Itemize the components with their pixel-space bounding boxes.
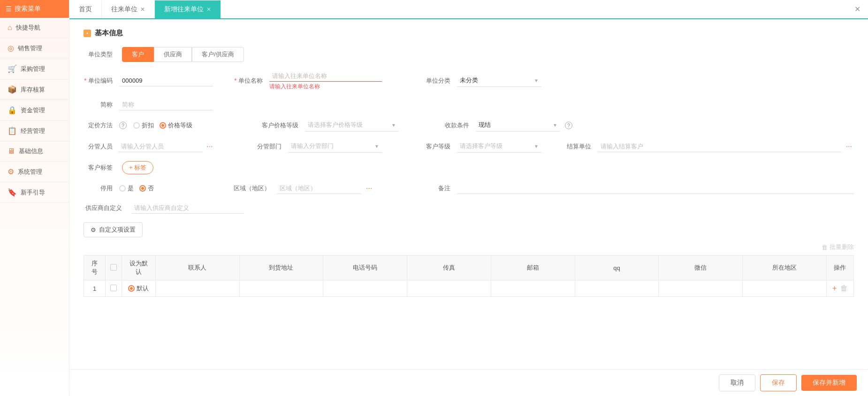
tab-partner-close[interactable]: ✕ [140, 6, 145, 13]
supplier-custom-row: 供应商自定义 [84, 202, 854, 214]
disabled-yes-option[interactable]: 是 [119, 184, 134, 193]
type-btn-both[interactable]: 客户/供应商 [192, 47, 244, 62]
unit-type-label: 单位类型 [84, 50, 116, 59]
row-region-input[interactable] [747, 285, 822, 292]
col-region: 所在地区 [743, 256, 827, 280]
row-checkbox-cell [106, 280, 122, 297]
section-basic-info: ▪ 基本信息 [84, 29, 854, 38]
sidebar-item-inventory[interactable]: 📦 库存核算 [0, 79, 69, 100]
customer-level-label: 客户等级 [421, 142, 454, 151]
sidebar-item-guide[interactable]: 🔖 新手引导 [0, 182, 69, 203]
unit-name-error: 请输入往来单位名称 [269, 83, 382, 91]
payment-terms-label: 收款条件 [440, 121, 473, 130]
window-close-button[interactable]: ✕ [847, 0, 868, 18]
bottom-action-bar: 取消 保存 保存并新增 [69, 369, 868, 396]
short-name-input[interactable] [119, 99, 213, 110]
type-btn-supplier[interactable]: 供应商 [154, 47, 192, 62]
sidebar-item-purchase[interactable]: 🛒 采购管理 [0, 59, 69, 79]
row-email-input[interactable] [496, 285, 570, 292]
manager-label: 分管人员 [84, 142, 116, 151]
tab-home[interactable]: 首页 [69, 0, 102, 18]
col-phone: 电话号码 [323, 256, 407, 280]
row-address-input[interactable] [244, 285, 319, 292]
pricing-row: 定价方法 ? 折扣 价格等级 客户价格等级 请选择客户价格等级 [84, 119, 854, 132]
unit-type-group: 客户 供应商 客户/供应商 [122, 47, 244, 62]
search-menu-button[interactable]: ☰ 搜索菜单 [0, 0, 69, 18]
unit-category-label: 单位分类 [421, 77, 454, 85]
disabled-no-option[interactable]: 否 [139, 184, 154, 193]
region-more-icon[interactable]: ··· [364, 184, 374, 193]
row-add-button[interactable]: + [831, 284, 838, 292]
sidebar-item-sales[interactable]: ◎ 销售管理 [0, 38, 69, 59]
row-default-radio-label[interactable]: 默认 [127, 284, 151, 293]
settings-icon: ⚙ [91, 226, 96, 233]
row-delete-button[interactable]: 🗑 [839, 284, 849, 292]
tab-bar: 首页 往来单位 ✕ 新增往来单位 ✕ ✕ [69, 0, 868, 19]
row-wechat-input[interactable] [663, 285, 738, 292]
manager-more-icon[interactable]: ··· [205, 142, 214, 151]
disabled-yes-radio [119, 185, 126, 192]
unit-name-label: 单位名称 [234, 77, 266, 85]
row-fax-input[interactable] [412, 285, 486, 292]
row-index: 1 [84, 280, 106, 297]
sidebar-item-system[interactable]: ⚙ 系统管理 [0, 162, 69, 182]
customer-price-chevron-icon: ▼ [391, 123, 396, 128]
tab-partner[interactable]: 往来单位 ✕ [102, 0, 155, 18]
customer-price-select[interactable]: 请选择客户价格等级 ▼ [305, 119, 399, 132]
custom-settings-button[interactable]: ⚙ 自定义项设置 [84, 222, 143, 237]
manager-input[interactable] [118, 141, 203, 152]
select-all-checkbox[interactable] [110, 264, 117, 271]
home-icon: ⌂ [8, 23, 12, 32]
row-region-cell [743, 280, 827, 297]
disabled-radio-group: 是 否 [119, 184, 154, 193]
row-qq-cell [575, 280, 659, 297]
col-email: 邮箱 [491, 256, 575, 280]
purchase-icon: 🛒 [8, 64, 17, 73]
row-qq-input[interactable] [580, 285, 654, 292]
supplier-custom-label: 供应商自定义 [84, 204, 126, 212]
row-contact-input[interactable] [160, 285, 235, 292]
row-checkbox[interactable] [110, 285, 117, 291]
sidebar-item-basic-info[interactable]: 🖥 基础信息 [0, 141, 69, 162]
search-icon: ☰ [6, 5, 12, 13]
tab-new-partner[interactable]: 新增往来单位 ✕ [155, 0, 221, 18]
batch-delete-icon: 🗑 [822, 244, 828, 251]
sidebar-item-quick-nav[interactable]: ⌂ 快捷导航 [0, 18, 69, 38]
tab-new-partner-close[interactable]: ✕ [206, 6, 211, 13]
department-select[interactable]: 请输入分管部门 ▼ [288, 140, 382, 153]
customer-level-select[interactable]: 请选择客户等级 ▼ [457, 140, 541, 153]
sidebar-item-operation[interactable]: 📋 经营管理 [0, 121, 69, 141]
customer-level-chevron-icon: ▼ [534, 144, 539, 149]
pricing-discount-option[interactable]: 折扣 [133, 121, 154, 130]
save-button[interactable]: 保存 [760, 374, 797, 391]
row-default-cell: 默认 [122, 280, 156, 297]
unit-name-input[interactable] [269, 70, 382, 82]
cancel-button[interactable]: 取消 [719, 374, 755, 391]
pricing-level-option[interactable]: 价格等级 [160, 121, 192, 130]
unit-code-name-row: 单位编码 单位名称 请输入往来单位名称 单位分类 未分类 ▼ [84, 70, 854, 91]
unit-category-select[interactable]: 未分类 ▼ [457, 74, 541, 87]
type-btn-customer[interactable]: 客户 [122, 47, 154, 62]
section-icon: ▪ [84, 30, 91, 37]
add-tag-button[interactable]: + 标签 [122, 161, 153, 174]
remark-input[interactable] [457, 183, 854, 194]
pricing-help-icon[interactable]: ? [119, 122, 127, 129]
basic-info-icon: 🖥 [8, 147, 15, 155]
sidebar-item-finance[interactable]: 🔒 资金管理 [0, 100, 69, 121]
row-fax-cell [407, 280, 491, 297]
supplier-custom-input[interactable] [131, 202, 244, 214]
operation-icon: 📋 [8, 126, 17, 135]
customer-tag-row: 客户标签 + 标签 [84, 161, 854, 174]
payment-terms-select[interactable]: 现结 ▼ [476, 119, 560, 132]
settlement-input[interactable] [598, 141, 841, 152]
table-row: 1 默认 [84, 280, 854, 297]
unit-code-input[interactable] [119, 75, 213, 86]
col-address: 到货地址 [239, 256, 323, 280]
region-label: 区域（地区） [234, 184, 274, 193]
col-default: 设为默认 [122, 256, 156, 280]
save-new-button[interactable]: 保存并新增 [801, 375, 857, 391]
row-phone-input[interactable] [328, 285, 402, 292]
settlement-more-icon[interactable]: ··· [844, 142, 854, 151]
region-input[interactable] [277, 183, 361, 194]
payment-help-icon[interactable]: ? [565, 122, 572, 129]
